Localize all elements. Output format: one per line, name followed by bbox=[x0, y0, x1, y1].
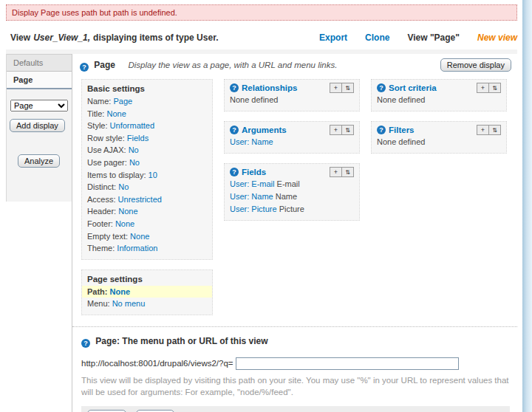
help-icon[interactable]: ? bbox=[80, 63, 89, 72]
column-right: ? Sort criteria + ⇅ None defined ? bbox=[371, 79, 507, 163]
field-link[interactable]: User: E-mail bbox=[230, 179, 275, 188]
field-item: User: Picture Picture bbox=[230, 203, 354, 216]
setting-row-use-ajax: Use AJAX: No bbox=[87, 144, 207, 157]
field-label: Picture bbox=[279, 205, 304, 213]
display-settings-area: ? Page Display the view as a page, with … bbox=[72, 54, 517, 412]
rearrange-icon[interactable]: ⇅ bbox=[341, 167, 354, 177]
setting-row-menu: Menu: No menu bbox=[87, 298, 207, 310]
path-input[interactable] bbox=[236, 357, 459, 370]
filters-bucket: ? Filters + ⇅ None defined bbox=[371, 121, 507, 154]
view-title-suffix: displaying items of type User. bbox=[93, 32, 218, 43]
setting-row-row-style: Row style: Fields bbox=[87, 132, 207, 145]
field-link[interactable]: User: Picture bbox=[230, 205, 277, 213]
arguments-bucket: ? Arguments + ⇅ User: Name bbox=[224, 121, 360, 154]
filters-title-link[interactable]: Filters bbox=[389, 126, 415, 134]
rearrange-icon[interactable]: ⇅ bbox=[488, 83, 501, 93]
setting-label: Header: bbox=[87, 207, 116, 216]
relationships-title-link[interactable]: Relationships bbox=[242, 83, 297, 92]
rearrange-icon[interactable]: ⇅ bbox=[488, 125, 501, 135]
setting-value-link[interactable]: Unformatted bbox=[110, 121, 155, 130]
add-icon[interactable]: + bbox=[330, 125, 342, 135]
window-edge-decoration bbox=[522, 0, 532, 412]
help-icon[interactable]: ? bbox=[230, 83, 239, 92]
display-type-select[interactable]: Page bbox=[10, 100, 68, 111]
column-middle: ? Relationships + ⇅ None defined ? bbox=[224, 79, 360, 230]
help-icon[interactable]: ? bbox=[377, 83, 386, 92]
column-basic-settings: Basic settings Name: Page Title: None St… bbox=[81, 79, 213, 325]
field-label: E-mail bbox=[277, 179, 300, 188]
path-value-link[interactable]: None bbox=[110, 287, 131, 296]
setting-value-link[interactable]: Fields bbox=[127, 134, 149, 143]
new-view-link[interactable]: New view bbox=[477, 32, 517, 43]
argument-link[interactable]: User: Name bbox=[230, 137, 273, 146]
setting-row-access: Access: Unrestricted bbox=[87, 193, 207, 206]
view-header: View User_View_1, displaying items of ty… bbox=[0, 27, 532, 49]
setting-value-link[interactable]: No bbox=[129, 158, 140, 167]
remove-display-button[interactable]: Remove display bbox=[440, 58, 511, 72]
tab-defaults[interactable]: Defaults bbox=[7, 54, 72, 72]
setting-value-link[interactable]: None bbox=[118, 207, 137, 216]
setting-row-name: Name: Page bbox=[87, 95, 207, 108]
setting-value-link[interactable]: None bbox=[130, 232, 149, 241]
fields-title-link[interactable]: Fields bbox=[242, 168, 266, 176]
add-icon[interactable]: + bbox=[330, 167, 342, 177]
view-name: User_View_1, bbox=[33, 32, 90, 43]
setting-label: Row style: bbox=[87, 134, 125, 143]
setting-row-empty-text: Empty text: None bbox=[87, 230, 207, 243]
basic-settings-title: Basic settings bbox=[87, 83, 207, 95]
views-ui-container: Defaults Page Page Add display Analyze ?… bbox=[6, 49, 517, 412]
export-link[interactable]: Export bbox=[319, 32, 347, 43]
menu-value-link[interactable]: No menu bbox=[112, 299, 146, 308]
add-icon[interactable]: + bbox=[477, 83, 489, 93]
add-display-button[interactable]: Add display bbox=[10, 119, 65, 132]
relationships-bucket: ? Relationships + ⇅ None defined bbox=[224, 79, 360, 111]
form-actions: Update Cancel bbox=[81, 406, 510, 412]
setting-value-link[interactable]: No bbox=[129, 145, 139, 154]
path-description: This view will be displayed by visiting … bbox=[81, 374, 510, 398]
setting-row-distinct: Distinct: No bbox=[87, 181, 207, 193]
setting-value-link[interactable]: Information bbox=[117, 244, 157, 253]
display-header: ? Page Display the view as a page, with … bbox=[72, 54, 517, 73]
fields-bucket: ? Fields + ⇅ User: E-mail E-mail User: N… bbox=[224, 163, 360, 221]
setting-row-path: Path: None bbox=[82, 286, 212, 298]
error-banner: Display Page uses path but path is undef… bbox=[6, 4, 517, 21]
page-settings-title: Page settings bbox=[87, 273, 207, 286]
tab-page[interactable]: Page bbox=[7, 72, 72, 89]
analyze-button[interactable]: Analyze bbox=[18, 154, 60, 168]
view-page-link[interactable]: View "Page" bbox=[407, 32, 460, 43]
help-icon[interactable]: ? bbox=[377, 126, 386, 134]
setting-row-header: Header: None bbox=[87, 205, 207, 218]
help-icon[interactable]: ? bbox=[230, 168, 239, 176]
field-link[interactable]: User: Name bbox=[230, 192, 273, 201]
setting-value-link[interactable]: None bbox=[115, 219, 134, 228]
tab-page-label: Page bbox=[13, 75, 33, 84]
setting-value-link[interactable]: Unrestricted bbox=[118, 195, 162, 204]
field-label: Name bbox=[276, 192, 297, 201]
rearrange-icon[interactable]: ⇅ bbox=[341, 125, 354, 135]
path-input-row: http://localhost:8001/drupal6/views2/?q= bbox=[81, 357, 510, 370]
filters-empty: None defined bbox=[377, 136, 501, 148]
clone-link[interactable]: Clone bbox=[365, 32, 389, 43]
setting-value-link[interactable]: 10 bbox=[149, 171, 157, 179]
setting-label: Use pager: bbox=[87, 158, 127, 167]
setting-value-link[interactable]: None bbox=[107, 109, 126, 118]
setting-row-items-to-display: Items to display: 10 bbox=[87, 169, 207, 182]
display-tab-column: Defaults Page Page Add display Analyze bbox=[6, 54, 72, 412]
setting-label: Path: bbox=[87, 287, 108, 296]
page-settings-box: Page settings Path: None Menu: No menu bbox=[81, 269, 213, 315]
setting-label: Use AJAX: bbox=[87, 145, 126, 154]
error-message: Display Page uses path but path is undef… bbox=[12, 8, 177, 17]
arguments-title-link[interactable]: Arguments bbox=[242, 126, 287, 134]
setting-value-link[interactable]: Page bbox=[113, 97, 132, 106]
setting-label: Access: bbox=[87, 195, 116, 204]
help-icon[interactable]: ? bbox=[230, 126, 239, 134]
setting-row-title: Title: None bbox=[87, 108, 207, 120]
setting-label: Name: bbox=[87, 97, 111, 106]
add-icon[interactable]: + bbox=[330, 83, 342, 93]
setting-value-link[interactable]: No bbox=[118, 182, 129, 191]
help-icon[interactable]: ? bbox=[81, 339, 90, 348]
setting-row-footer: Footer: None bbox=[87, 218, 207, 230]
add-icon[interactable]: + bbox=[477, 125, 489, 135]
sort-criteria-title-link[interactable]: Sort criteria bbox=[389, 83, 437, 92]
rearrange-icon[interactable]: ⇅ bbox=[341, 83, 354, 93]
